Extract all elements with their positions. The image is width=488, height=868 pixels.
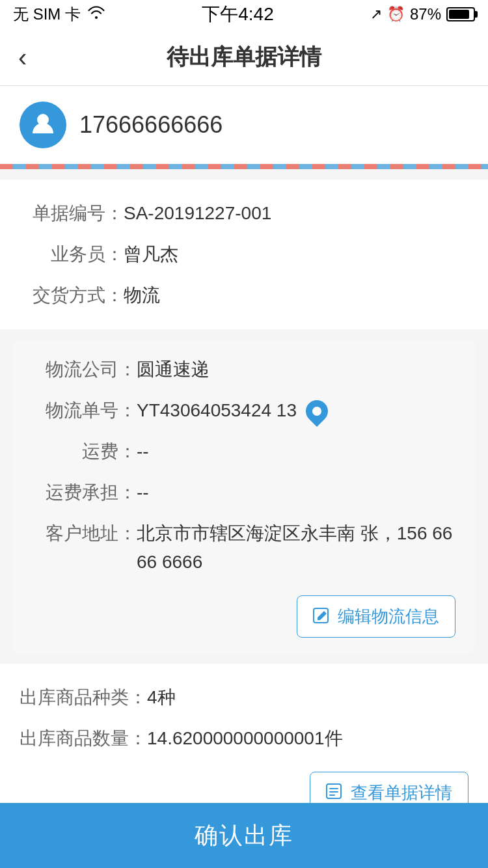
freight-bear-value: -- [137, 478, 455, 508]
tracking-number: YT43064053424 13 [137, 396, 297, 426]
alarm-icon: ⏰ [387, 6, 405, 23]
tracking-location-icon[interactable] [301, 396, 332, 427]
back-button[interactable]: ‹ [18, 44, 27, 70]
phone-header: 17666666666 [0, 86, 488, 164]
avatar [20, 102, 66, 148]
order-no-label: 单据编号： [20, 199, 124, 228]
goods-types-value: 4种 [147, 683, 468, 712]
freight-bear-row: 运费承担： -- [33, 478, 455, 508]
freight-value: -- [137, 437, 455, 467]
company-value: 圆通速递 [137, 355, 455, 385]
battery-icon [446, 7, 475, 21]
staff-label: 业务员： [20, 240, 124, 269]
company-row: 物流公司： 圆通速递 [33, 355, 455, 385]
company-label: 物流公司： [33, 355, 137, 385]
address-row: 客户地址： 北京市市辖区海淀区永丰南 张，156 6666 6666 [33, 519, 455, 578]
staff-row: 业务员： 曾凡杰 [20, 240, 468, 269]
goods-quantity-row: 出库商品数量： 14.620000000000001件 [20, 724, 468, 753]
goods-quantity-value: 14.620000000000001件 [147, 724, 468, 753]
edit-logistics-label: 编辑物流信息 [338, 605, 439, 628]
freight-row: 运费： -- [33, 437, 455, 467]
delivery-value: 物流 [124, 281, 468, 310]
phone-number: 17666666666 [79, 111, 223, 139]
wifi-icon [87, 5, 105, 23]
freight-label: 运费： [33, 437, 137, 467]
goods-types-row: 出库商品种类： 4种 [20, 683, 468, 712]
tracking-row: 物流单号： YT43064053424 13 [33, 396, 455, 426]
status-time: 下午4:42 [202, 2, 274, 27]
order-no-row: 单据编号： SA-20191227-001 [20, 199, 468, 228]
status-left: 无 SIM 卡 [13, 4, 105, 25]
goods-types-label: 出库商品种类： [20, 683, 147, 712]
dashed-divider [0, 164, 488, 169]
confirm-button[interactable]: 确认出库 [0, 803, 488, 868]
edit-btn-container: 编辑物流信息 [33, 589, 455, 638]
goods-quantity-label: 出库商品数量： [20, 724, 147, 753]
nav-bar: ‹ 待出库单据详情 [0, 29, 488, 86]
page-title: 待出库单据详情 [167, 42, 321, 72]
address-label: 客户地址： [33, 519, 137, 549]
logistics-section: 物流公司： 圆通速递 物流单号： YT43064053424 13 运费： --… [13, 340, 475, 653]
location-status-icon: ↗ [370, 6, 382, 23]
freight-bear-label: 运费承担： [33, 478, 137, 508]
battery-percent: 87% [410, 5, 441, 23]
avatar-icon [30, 110, 56, 140]
tracking-label: 物流单号： [33, 396, 137, 426]
status-bar: 无 SIM 卡 下午4:42 ↗ ⏰ 87% [0, 0, 488, 29]
delivery-label: 交货方式： [20, 281, 124, 310]
basic-info-section: 单据编号： SA-20191227-001 业务员： 曾凡杰 交货方式： 物流 [0, 180, 488, 329]
carrier-label: 无 SIM 卡 [13, 4, 81, 25]
address-value: 北京市市辖区海淀区永丰南 张，156 6666 6666 [137, 519, 455, 578]
edit-logistics-button[interactable]: 编辑物流信息 [297, 595, 455, 638]
tracking-value: YT43064053424 13 [137, 396, 455, 426]
delivery-row: 交货方式： 物流 [20, 281, 468, 310]
edit-icon [313, 608, 331, 626]
order-no-value: SA-20191227-001 [124, 199, 468, 228]
list-icon [326, 783, 344, 802]
view-detail-label: 查看单据详情 [351, 781, 452, 804]
status-right: ↗ ⏰ 87% [370, 5, 475, 23]
staff-value: 曾凡杰 [124, 240, 468, 269]
bottom-bar: 确认出库 [0, 803, 488, 868]
